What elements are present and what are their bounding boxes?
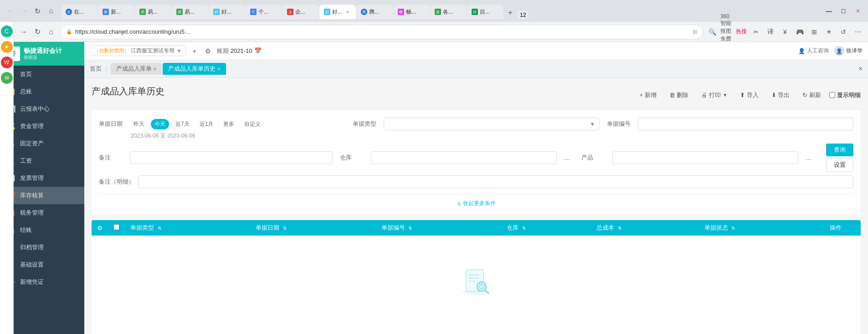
tab-8-close[interactable]: × <box>344 8 351 15</box>
toolbar-refresh[interactable]: ↻ <box>31 26 44 38</box>
header-type[interactable]: 单据类型 ⇅ <box>125 220 250 236</box>
header-date[interactable]: 单据日期 ⇅ <box>250 220 375 236</box>
date-filters: 昨天 今天 近7天 近1月 更多 自定义 <box>130 119 264 129</box>
show-fields-input[interactable] <box>829 92 835 98</box>
new-btn[interactable]: + 新增 <box>635 89 661 101</box>
window-minimize[interactable]: — <box>822 5 835 17</box>
tab-3[interactable]: 易 易... <box>135 5 171 19</box>
tab-10[interactable]: 畅 畅... <box>393 5 430 19</box>
tab-2[interactable]: 新 新... <box>98 5 134 19</box>
grid-icon[interactable]: ⊞ <box>808 26 821 38</box>
window-close[interactable]: × <box>852 5 864 17</box>
print-btn[interactable]: 🖨 打印 ▼ <box>697 89 732 101</box>
tab-9[interactable]: 腾 腾... <box>356 5 393 19</box>
date-sort-icon: ⇅ <box>283 226 287 231</box>
type-dropdown[interactable]: ▼ <box>384 118 599 130</box>
close-all-btn[interactable]: × <box>858 65 863 73</box>
breadcrumb-home[interactable]: 首页 <box>90 65 102 73</box>
window-maximize[interactable]: □ <box>837 5 850 17</box>
toolbar-forward[interactable]: → <box>17 26 30 38</box>
reload-button[interactable]: ↻ <box>31 5 44 17</box>
scissors-icon[interactable]: ✂ <box>750 26 762 38</box>
empty-cell <box>92 236 861 334</box>
filter-more[interactable]: 更多 <box>220 119 238 129</box>
company-settings-btn[interactable]: ⚙ <box>203 46 213 56</box>
header-settings[interactable]: ⚙ <box>92 220 108 236</box>
forward-button[interactable]: → <box>17 5 30 17</box>
top-bar-right: 👤 人工咨询 👤 徐泽华 <box>798 46 863 56</box>
translate-icon[interactable]: 译 <box>764 26 777 38</box>
ext-social-icon[interactable]: W <box>1 57 13 68</box>
header-number[interactable]: 单据编号 ⇅ <box>376 220 501 236</box>
header-checkbox[interactable] <box>108 220 125 236</box>
search-btn[interactable]: 🔍 <box>706 26 719 38</box>
tab-7[interactable]: 企 企... <box>282 5 319 19</box>
logo-sub: 旗舰版 <box>24 54 62 61</box>
query-buttons: 查询 设置 <box>826 144 853 172</box>
ext-email-icon[interactable]: ✉ <box>1 72 13 84</box>
product-input[interactable] <box>612 151 798 164</box>
number-input[interactable] <box>638 118 853 130</box>
hot-search-label[interactable]: 热搜 <box>735 26 748 38</box>
search-row-2: 备注 仓库 ... 产品 ... <box>99 144 853 172</box>
filter-custom[interactable]: 自定义 <box>241 119 264 129</box>
detail-remark-input[interactable] <box>138 175 853 188</box>
top-bar: （勿删勿禁用） 江西服宝测试专用 ▼ + ⚙ 账期 2021-10 📅 👤 人工… <box>84 42 868 60</box>
tab-1[interactable]: 在 在... <box>61 5 98 19</box>
add-company-btn[interactable]: + <box>190 46 200 56</box>
import-btn[interactable]: ⬆ 导入 <box>735 89 763 101</box>
header-warehouse[interactable]: 仓库 ⇅ <box>501 220 591 236</box>
home-button[interactable]: ⌂ <box>45 5 57 17</box>
toolbar-home[interactable]: ⌂ <box>45 26 57 38</box>
tab-11[interactable]: 各 各... <box>430 5 467 19</box>
show-fields-checkbox[interactable]: 显示明细 <box>829 91 861 99</box>
company-selector[interactable]: （勿删勿禁用） 江西服宝测试专用 ▼ <box>90 46 186 56</box>
tab-voucher-list[interactable]: 产成品入库单 × <box>111 63 162 75</box>
warehouse-label: 仓库 <box>340 154 367 162</box>
address-dropdown[interactable]: ⊞ <box>693 29 697 35</box>
browser-more-icon[interactable]: ⋯ <box>852 26 864 38</box>
collapse-btn[interactable]: ∧ 收起更多条件 <box>457 200 496 207</box>
header-operation: 操作 <box>824 220 861 236</box>
browser-refresh-icon[interactable]: ↺ <box>837 26 850 38</box>
tab-voucher-history[interactable]: 产成品入库单历史 × <box>163 63 226 75</box>
filter-today[interactable]: 今天 <box>151 119 169 129</box>
address-bar[interactable]: 🔒 https://cloud.chanjet.com/accounting/u… <box>60 25 703 39</box>
remark-input[interactable] <box>130 151 333 164</box>
main-content: （勿删勿禁用） 江西服宝测试专用 ▼ + ⚙ 账期 2021-10 📅 👤 人工… <box>84 42 868 334</box>
refresh-btn[interactable]: ↻ 刷新 <box>798 89 826 101</box>
export-btn[interactable]: ⬇ 导出 <box>767 89 795 101</box>
tab-5[interactable]: 好 好... <box>209 5 245 19</box>
tab-12[interactable]: 目 目... <box>467 5 503 19</box>
tab-6[interactable]: 个 个... <box>246 5 282 19</box>
remark-label: 备注 <box>99 154 126 162</box>
ext-chanjet-icon[interactable]: C <box>1 26 13 37</box>
game-icon[interactable]: 🎮 <box>793 26 806 38</box>
yuan-icon[interactable]: ¥ <box>779 26 791 38</box>
user-service-btn[interactable]: 👤 人工咨询 <box>798 47 829 55</box>
filter-1month[interactable]: 近1月 <box>196 119 217 129</box>
user-avatar[interactable]: 👤 徐泽华 <box>834 46 863 56</box>
warehouse-input[interactable] <box>371 151 557 164</box>
tab-8[interactable]: 好 好... × <box>319 5 356 19</box>
sun-icon[interactable]: ☀ <box>822 26 835 38</box>
filter-yesterday[interactable]: 昨天 <box>130 119 148 129</box>
filter-7days[interactable]: 近7天 <box>172 119 193 129</box>
header-status[interactable]: 单据状态 ⇅ <box>699 220 824 236</box>
settings-btn[interactable]: 设置 <box>826 158 853 172</box>
ext-star-icon[interactable]: ★ <box>1 41 13 53</box>
print-icon: 🖨 <box>701 92 707 98</box>
warehouse-more-icon[interactable]: ... <box>564 154 570 162</box>
query-btn[interactable]: 查询 <box>826 144 853 156</box>
back-button[interactable]: ← <box>4 5 16 17</box>
tab-4[interactable]: 易 易... <box>172 5 208 19</box>
header-checkbox-input[interactable] <box>113 224 119 230</box>
new-tab-button[interactable]: + <box>504 6 517 19</box>
product-more-icon[interactable]: ... <box>806 154 812 162</box>
tab-voucher-history-close[interactable]: × <box>217 66 220 72</box>
browser-chrome: ← → ↻ ⌂ 在 在... 新 新... 易 易... 易 易... 好 好.… <box>0 0 868 22</box>
tab-voucher-list-close[interactable]: × <box>154 66 156 72</box>
delete-btn[interactable]: 🗑 删除 <box>665 89 693 101</box>
header-total-cost[interactable]: 总成本 ⇅ <box>591 220 699 236</box>
calendar-icon[interactable]: 📅 <box>254 47 262 54</box>
